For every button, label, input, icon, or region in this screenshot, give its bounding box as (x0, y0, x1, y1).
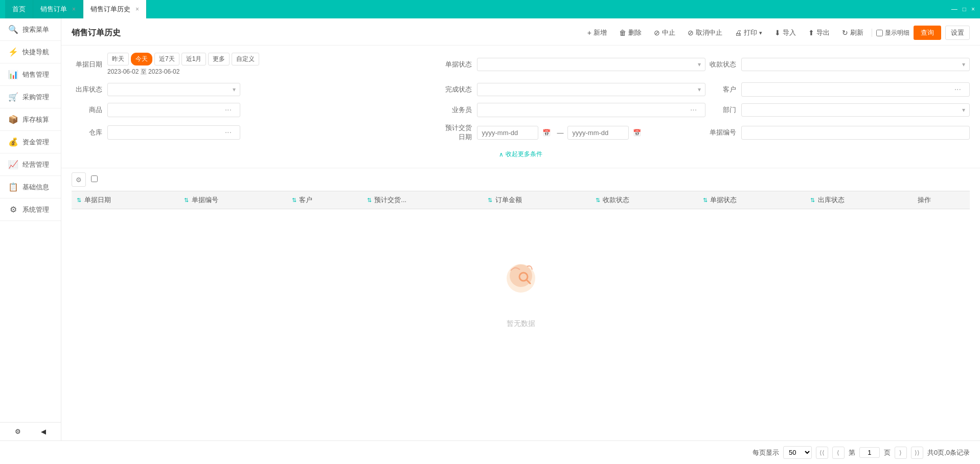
date-btn-1month[interactable]: 近1月 (181, 53, 207, 65)
product-input[interactable] (112, 106, 221, 114)
refresh-button[interactable]: ↻ 刷新 (838, 26, 868, 39)
sidebar-item-finance[interactable]: 💰 资金管理 (0, 131, 61, 153)
stop-button[interactable]: ⊘ 中止 (650, 26, 679, 39)
calendar-to-icon[interactable]: 📅 (633, 129, 641, 137)
delete-button[interactable]: 🗑 删除 (615, 26, 646, 39)
sort-icon-date[interactable]: ⇅ (77, 197, 81, 203)
date-btn-today[interactable]: 今天 (131, 53, 152, 65)
filter-date-col: 单据日期 昨天 今天 近7天 近1月 更多 自定义 2023-06-02 至 2… (72, 53, 441, 76)
print-button[interactable]: 🖨 打印 ▾ (731, 26, 766, 39)
sidebar-item-system[interactable]: ⚙ 系统管理 (0, 198, 61, 221)
sort-icon-outbound[interactable]: ⇅ (810, 197, 815, 203)
import-label: 导入 (783, 28, 796, 37)
receipt-status-label: 收款状态 (705, 60, 741, 69)
sidebar-search[interactable]: 🔍 搜索菜单 (0, 18, 61, 41)
receipt-status-select[interactable]: ▾ (741, 58, 970, 71)
date-buttons-group: 昨天 今天 近7天 近1月 更多 自定义 (107, 53, 259, 65)
salesperson-input[interactable] (482, 106, 686, 114)
page-size-select[interactable]: 10 20 50 100 (783, 446, 812, 459)
warehouse-input-group: ··· (107, 125, 240, 140)
calendar-from-icon[interactable]: 📅 (542, 129, 551, 137)
col-actions: 操作 (913, 191, 970, 209)
sidebar-item-basic[interactable]: 📋 基础信息 (0, 176, 61, 198)
filter-row-1: 单据日期 昨天 今天 近7天 近1月 更多 自定义 2023-06-02 至 2… (72, 53, 970, 76)
completion-status-select[interactable]: ▾ (477, 83, 705, 96)
delivery-date-group: 📅 — 📅 (477, 126, 643, 140)
select-all-checkbox[interactable] (91, 175, 98, 182)
sort-icon-delivery[interactable]: ⇅ (367, 197, 372, 203)
doc-number-input[interactable] (741, 126, 970, 140)
customer-dots-icon[interactable]: ··· (950, 85, 965, 94)
sidebar-item-sales[interactable]: 📊 销售管理 (0, 63, 61, 86)
col-doc-status: ⇅ 单据状态 (698, 191, 805, 209)
new-button[interactable]: + 新增 (583, 26, 611, 39)
print-icon: 🖨 (735, 29, 742, 37)
sidebar-collapse-icon[interactable]: ◀ (41, 428, 46, 435)
window-maximize[interactable]: □ (963, 6, 966, 13)
filter-doc-status-col: 单据状态 ▾ (441, 58, 705, 71)
salesperson-dots-icon[interactable]: ··· (686, 105, 701, 115)
cancel-stop-button[interactable]: ⊘ 取消中止 (683, 26, 726, 39)
sidebar-item-quicknav[interactable]: ⚡ 快捷导航 (0, 41, 61, 63)
table-area: ⚙ ⇅ 单据日期 ⇅ 单据编号 (61, 168, 980, 369)
sidebar-item-finance-label: 资金管理 (22, 138, 49, 147)
filter-completion-col: 完成状态 ▾ (441, 83, 705, 96)
query-button[interactable]: 查询 (914, 26, 941, 40)
page-next-button[interactable]: ⟩ (895, 447, 907, 459)
page-prev-button[interactable]: ⟨ (832, 447, 845, 459)
filter-doc-number-col: 单据编号 (705, 126, 970, 140)
tab-sales-order[interactable]: 销售订单 × (33, 0, 83, 18)
sidebar-item-operations[interactable]: 📈 经营管理 (0, 153, 61, 176)
window-minimize[interactable]: — (951, 6, 958, 13)
tab-home-label: 首页 (12, 5, 26, 14)
sort-icon-customer[interactable]: ⇅ (292, 197, 297, 203)
collapse-bar[interactable]: ∧ 收起更多条件 (72, 148, 970, 161)
page-input[interactable] (859, 447, 880, 458)
tab-sales-history[interactable]: 销售订单历史 × (83, 0, 147, 18)
warehouse-input[interactable] (112, 129, 221, 137)
filter-customer-col: 客户 ··· (705, 82, 970, 97)
table-header: ⇅ 单据日期 ⇅ 单据编号 ⇅ 客户 ⇅ 预计交 (72, 191, 970, 209)
product-dots-icon[interactable]: ··· (221, 105, 236, 115)
page-last-button[interactable]: ⟩⟩ (911, 447, 923, 459)
delivery-date-to[interactable] (567, 126, 629, 140)
sort-icon-doc[interactable]: ⇅ (703, 197, 708, 203)
col-outbound-status: ⇅ 出库状态 (805, 191, 913, 209)
settings-button[interactable]: 设置 (945, 26, 970, 40)
sort-icon-number[interactable]: ⇅ (184, 197, 189, 203)
table-settings-button[interactable]: ⚙ (72, 172, 86, 187)
delete-label: 删除 (628, 28, 642, 37)
sort-icon-amount[interactable]: ⇅ (488, 197, 492, 203)
customer-input[interactable] (746, 86, 950, 94)
date-btn-custom[interactable]: 自定义 (232, 53, 259, 65)
department-select[interactable]: ▾ (741, 103, 970, 117)
outbound-status-select[interactable]: ▾ (107, 83, 240, 96)
import-icon: ⬇ (774, 29, 781, 37)
sidebar-item-inventory[interactable]: 📦 库存核算 (0, 108, 61, 131)
date-btn-7days[interactable]: 近7天 (154, 53, 179, 65)
export-button[interactable]: ⬆ 导出 (804, 26, 834, 39)
show-detail-checkbox[interactable]: 显示明细 (876, 29, 909, 37)
doc-status-select[interactable]: ▾ (477, 58, 705, 71)
window-close[interactable]: × (971, 6, 975, 13)
inventory-icon: 📦 (8, 115, 18, 124)
import-button[interactable]: ⬇ 导入 (770, 26, 800, 39)
tab-home[interactable]: 首页 (5, 0, 33, 18)
system-icon: ⚙ (8, 205, 18, 214)
sidebar-item-purchase[interactable]: 🛒 采购管理 (0, 86, 61, 108)
sidebar-settings-icon[interactable]: ⚙ (15, 428, 21, 435)
col-amount: ⇅ 订单金额 (483, 191, 590, 209)
warehouse-dots-icon[interactable]: ··· (221, 128, 236, 137)
tab-sales-history-close[interactable]: × (135, 6, 139, 13)
show-detail-input[interactable] (876, 30, 883, 36)
delivery-date-from[interactable] (477, 126, 538, 140)
date-btn-more[interactable]: 更多 (208, 53, 230, 65)
page-title: 销售订单历史 (72, 28, 121, 38)
date-btn-yesterday[interactable]: 昨天 (107, 53, 129, 65)
pagination-bar: 每页显示 10 20 50 100 ⟨⟨ ⟨ 第 页 ⟩ ⟩⟩ 共0页,0条记录 (0, 440, 980, 464)
tab-sales-order-close[interactable]: × (72, 6, 76, 13)
cancel-stop-icon: ⊘ (688, 29, 694, 37)
sort-icon-receipt[interactable]: ⇅ (596, 197, 600, 203)
page-first-button[interactable]: ⟨⟨ (816, 447, 828, 459)
toolbar: + 新增 🗑 删除 ⊘ 中止 ⊘ 取消中止 🖨 打印 (583, 26, 970, 40)
